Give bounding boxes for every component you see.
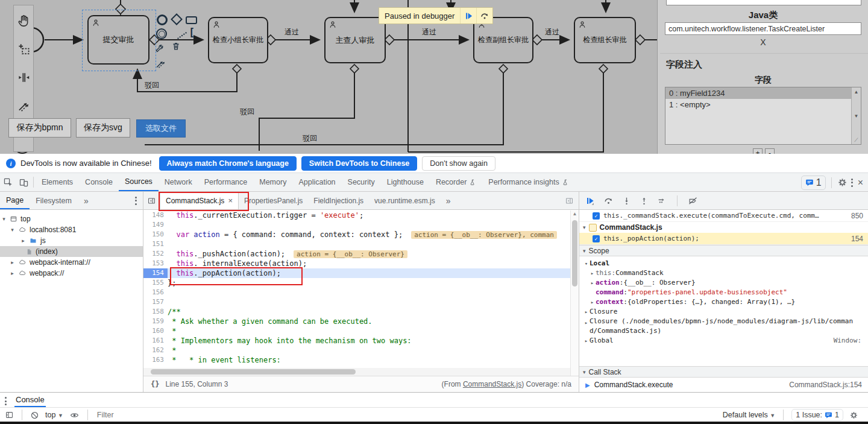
step-over-icon[interactable] <box>476 8 492 24</box>
line-number[interactable]: 149 <box>143 220 168 230</box>
device-toolbar-icon[interactable] <box>16 175 31 189</box>
scope-var-this[interactable]: ▸thisCommandStack <box>579 268 868 278</box>
navigator-menu-icon[interactable] <box>135 197 137 205</box>
console-settings-gear-icon[interactable] <box>849 411 858 420</box>
caret-collapsed-icon[interactable]: ▸ <box>20 238 26 244</box>
save-svg-button[interactable]: 保存为svg <box>76 118 130 138</box>
line-number[interactable]: 151 <box>143 239 168 249</box>
more-options-icon[interactable] <box>851 179 853 187</box>
navigator-tab-filesystem[interactable]: Filesystem <box>30 192 78 209</box>
caret-collapsed-icon[interactable]: ▸ <box>583 318 590 327</box>
line-number[interactable]: 150 <box>143 230 168 239</box>
caret-collapsed-icon[interactable]: ▸ <box>583 307 590 317</box>
line-number[interactable]: 153 <box>143 259 168 268</box>
context-selector[interactable]: top ▼ <box>45 411 63 419</box>
bpmn-task-group-leader[interactable]: 检查组长审批 <box>574 17 636 63</box>
text-annotation-icon[interactable]: [ <box>189 27 195 39</box>
java-class-input[interactable] <box>665 22 861 35</box>
tab-sources[interactable]: Sources <box>119 173 159 191</box>
line-number[interactable]: 148 <box>143 210 168 220</box>
resume-script-icon[interactable] <box>460 8 476 24</box>
line-number[interactable]: 155 <box>143 278 168 288</box>
breakpoint-checkbox-checked[interactable]: ✓ <box>593 212 600 220</box>
editor-vertical-scrollbar[interactable]: ▲ <box>570 210 579 379</box>
settings-gear-icon[interactable] <box>837 177 848 188</box>
dont-show-again-button[interactable]: Don't show again <box>422 156 495 171</box>
hide-navigator-icon[interactable] <box>143 197 160 205</box>
line-number[interactable]: 156 <box>143 288 168 297</box>
scroll-up-icon[interactable]: ▲ <box>854 87 859 95</box>
global-connect-tool-icon[interactable] <box>17 99 31 113</box>
clear-console-icon[interactable] <box>30 411 39 420</box>
field-item[interactable]: 1 : <empty> <box>665 99 861 110</box>
scope-var-command[interactable]: command"properties-panel.update-business… <box>579 288 868 297</box>
breakpoint-entry[interactable]: ✓ this._commandStack.execute(commandToEx… <box>579 210 868 222</box>
show-debugger-pane-icon[interactable] <box>560 197 579 205</box>
navigator-tab-page[interactable]: Page <box>0 192 30 209</box>
line-number[interactable]: 163 <box>143 355 168 365</box>
hand-tool-icon[interactable] <box>17 14 31 28</box>
tab-performance[interactable]: Performance <box>198 173 254 191</box>
console-filter-input[interactable] <box>96 410 400 420</box>
tree-item-localhost[interactable]: ▾ localhost:8081 <box>0 224 143 235</box>
tab-network[interactable]: Network <box>159 173 198 191</box>
caret-expanded-icon[interactable]: ▾ <box>583 224 586 230</box>
editor-tab-commandstack[interactable]: CommandStack.js × <box>160 192 239 209</box>
console-sidebar-icon[interactable] <box>5 411 14 419</box>
editor-tab-propertiespanel[interactable]: PropertiesPanel.js <box>239 192 308 209</box>
wrench-icon[interactable] <box>154 42 165 52</box>
trash-icon[interactable] <box>171 41 181 51</box>
listbox-scrollbar[interactable]: ▲ ▼ ⟋ <box>851 87 861 144</box>
step-over-icon[interactable] <box>603 195 614 206</box>
scope-closure-module[interactable]: ▸Closure (./node_modules/bpmn-js/node_mo… <box>579 317 857 336</box>
editor-tab-fieldinjection[interactable]: FieldInjection.js <box>308 192 369 209</box>
add-field-button[interactable]: + <box>753 148 763 154</box>
breakpoint-file-group[interactable]: ▾ CommandStack.js <box>579 222 868 233</box>
caret-collapsed-icon[interactable]: ▸ <box>10 259 15 265</box>
line-number[interactable]: 152 <box>143 249 168 259</box>
append-task-icon[interactable] <box>186 16 197 24</box>
save-bpmn-button[interactable]: 保存为bpmn <box>8 118 71 138</box>
code-viewport[interactable]: 148 this._currentExecution.trigger = 'ex… <box>143 210 570 366</box>
source-file-link[interactable]: CommandStack.js <box>463 380 521 388</box>
remove-listener-button[interactable]: X <box>658 37 868 47</box>
scope-local-header[interactable]: ▾Local <box>579 259 868 268</box>
tab-elements[interactable]: Elements <box>36 173 79 191</box>
line-number[interactable]: 161 <box>143 336 168 346</box>
editor-more-tabs[interactable]: » <box>441 192 456 209</box>
remove-field-button[interactable]: - <box>765 148 775 154</box>
caret-collapsed-icon[interactable]: ▸ <box>589 297 596 307</box>
line-number[interactable]: 162 <box>143 346 168 355</box>
call-stack-frame[interactable]: ▶ CommandStack.execute CommandStack.js:1… <box>579 379 868 391</box>
line-number[interactable]: 154 <box>143 268 168 278</box>
editor-tab-vue-runtime[interactable]: vue.runtime.esm.js <box>369 192 441 209</box>
connect-arrow-icon[interactable] <box>154 57 166 69</box>
space-tool-icon[interactable] <box>17 71 31 84</box>
tree-item-js-folder[interactable]: ▸ js <box>0 235 143 246</box>
resume-icon[interactable] <box>585 196 595 206</box>
tab-lighthouse[interactable]: Lighthouse <box>381 173 430 191</box>
braces-icon[interactable]: {} <box>143 380 165 388</box>
deactivate-breakpoints-icon[interactable] <box>688 196 698 206</box>
caret-expanded-icon[interactable]: ▾ <box>583 369 586 375</box>
tree-item-webpack[interactable]: ▸ webpack:// <box>0 268 143 279</box>
scope-var-action[interactable]: ▸action{__ob__: Observer} <box>579 278 868 288</box>
bpmn-task-chief[interactable]: 主查人审批 <box>324 17 386 63</box>
tab-application[interactable]: Application <box>292 173 341 191</box>
pick-file-button[interactable]: 选取文件 <box>136 119 186 138</box>
line-number[interactable]: 158 <box>143 307 168 317</box>
match-language-button[interactable]: Always match Chrome's language <box>159 156 297 171</box>
editor-horizontal-scrollbar[interactable] <box>143 368 570 376</box>
bpmn-task-team-leader[interactable]: 检查小组长审批 <box>208 17 268 63</box>
scope-global[interactable]: ▸GlobalWindow <box>579 336 861 346</box>
live-expression-eye-icon[interactable] <box>69 411 80 420</box>
tree-item-top[interactable]: ▾ top <box>0 214 143 224</box>
console-drawer-tab[interactable]: Console <box>14 393 46 407</box>
line-number[interactable]: 157 <box>143 297 168 307</box>
drawer-menu-icon[interactable] <box>5 397 7 405</box>
caret-collapsed-icon[interactable]: ▸ <box>10 270 15 276</box>
resize-grip-icon[interactable]: ⟋ <box>854 137 858 144</box>
scope-closure[interactable]: ▸Closure <box>579 307 868 317</box>
navigator-more-tabs[interactable]: » <box>78 192 95 209</box>
step-icon[interactable] <box>657 196 667 205</box>
